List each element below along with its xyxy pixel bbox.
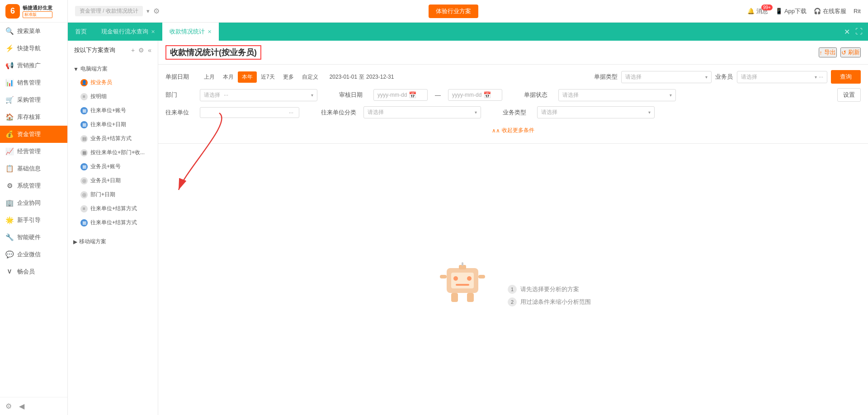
- export-button[interactable]: ↑ 导出: [819, 47, 837, 57]
- query-button[interactable]: 查询: [831, 70, 861, 84]
- marketing-icon: 📢: [5, 61, 14, 70]
- tree-mobile-group-label: 移动端方案: [79, 238, 106, 245]
- sidebar-item-basic[interactable]: 📋 基础信息: [0, 160, 67, 177]
- refresh-button[interactable]: ↺ 刷新: [840, 47, 861, 57]
- tree-item-label: 往来单位+日期: [90, 121, 126, 128]
- salesperson-dropdown-icon: ▾: [815, 75, 817, 80]
- sidebar-item-purchase[interactable]: 🛒 采购管理: [0, 91, 67, 108]
- filter-settings-icon[interactable]: ⚙: [138, 47, 144, 54]
- notification-bell[interactable]: 🔔 消息 99+: [747, 7, 768, 15]
- tree-item-unit-date[interactable]: ▦ 往来单位+日期: [68, 118, 158, 132]
- salesperson-more-icon[interactable]: ···: [819, 74, 823, 80]
- app-badge: 标准版: [23, 11, 52, 18]
- collection-stats-tab-close[interactable]: ✕: [208, 29, 212, 35]
- date-range-display: 2023-01-01 至 2023-12-31: [330, 73, 394, 81]
- window-maximize-icon[interactable]: ⛶: [855, 28, 863, 36]
- breadcrumb: 资金管理 / 收款情况统计: [75, 6, 143, 16]
- date-preset-more[interactable]: 更多: [279, 71, 298, 83]
- trial-button[interactable]: 体验行业方案: [429, 5, 478, 18]
- counterparty-input[interactable]: ···: [200, 107, 299, 118]
- tree-item-unit-settle2[interactable]: ▦ 往来单位+结算方式: [68, 216, 158, 230]
- review-date-from-calendar-icon[interactable]: 📅: [409, 91, 416, 99]
- sidebar-item-search[interactable]: 🔍 搜索菜单: [0, 23, 67, 40]
- app-download-link[interactable]: 📱 App下载: [775, 7, 807, 15]
- review-date-to-calendar-icon[interactable]: 📅: [483, 91, 491, 99]
- salesperson-select[interactable]: 请选择 ▾ ···: [737, 71, 827, 83]
- sidebar-item-hardware[interactable]: 🔧 智能硬件: [0, 229, 67, 246]
- sidebar-item-label: 搜索菜单: [17, 27, 41, 35]
- window-close-icon[interactable]: ✕: [844, 28, 850, 36]
- tab-collection-stats[interactable]: 收款情况统计 ✕: [162, 23, 219, 41]
- collapse-sidebar-icon[interactable]: ◀: [19, 402, 24, 410]
- date-preset-this-year[interactable]: 本年: [238, 71, 257, 83]
- sidebar-item-label: 基础信息: [17, 165, 41, 173]
- sidebar-item-member[interactable]: V 畅会员: [0, 263, 67, 280]
- tree-mobile-section: ▶ 移动端方案: [68, 232, 158, 251]
- counterparty-type-label: 往来单位分类: [321, 108, 356, 117]
- add-filter-icon[interactable]: +: [131, 47, 135, 54]
- dept-more-icon[interactable]: ···: [224, 92, 228, 98]
- svg-rect-4: [456, 284, 469, 286]
- date-preset-last-month[interactable]: 上月: [200, 71, 219, 83]
- date-preset-group: 上月 本月 本年 近7天 更多 自定义: [200, 71, 322, 83]
- review-date-from-input[interactable]: yyyy-mm-dd 📅: [373, 89, 428, 101]
- doc-type-select[interactable]: 请选择 ▾: [621, 71, 712, 83]
- counterparty-type-select[interactable]: 请选择 ▾: [363, 106, 481, 118]
- step-2-label: 用过滤条件来缩小分析范围: [520, 298, 591, 306]
- sidebar-item-wechat[interactable]: 💬 企业微信: [0, 246, 67, 263]
- sidebar-item-system[interactable]: ⚙ 系统管理: [0, 177, 67, 194]
- date-preset-this-month[interactable]: 本月: [219, 71, 238, 83]
- tab-bank-flow[interactable]: 现金银行流水查询 ✕: [94, 23, 162, 41]
- tab-home[interactable]: 首页: [68, 23, 94, 41]
- sidebar-item-sales[interactable]: 📊 销售管理: [0, 74, 67, 91]
- tree-item-unit-dept-collect[interactable]: ▦ 按往来单位+部门+收...: [68, 146, 158, 160]
- tree-item-by-salesperson[interactable]: 👤 按业务员: [68, 75, 158, 90]
- date-preset-7days[interactable]: 近7天: [257, 71, 279, 83]
- breadcrumb-dropdown-icon[interactable]: ▾: [146, 8, 150, 14]
- filter-row-2: 部门 请选择 ··· ▾ 审核日期 yyyy-mm-dd 📅 — yyyy-mm…: [165, 88, 861, 102]
- online-service-link[interactable]: 🎧 在线客服: [814, 7, 846, 15]
- left-panel: 按以下方案查询 + ⚙ « ▼ 电脑端方案 👤 按业务员 ≡ 按: [68, 41, 158, 415]
- sidebar-item-guide[interactable]: 🌟 新手引导: [0, 212, 67, 229]
- settings-bottom-icon[interactable]: ⚙: [5, 402, 12, 410]
- sidebar-item-label: 销售管理: [17, 79, 41, 87]
- date-preset-custom[interactable]: 自定义: [298, 71, 322, 83]
- date-from-value: 2023-01-01: [330, 74, 357, 80]
- sidebar-item-label: 系统管理: [17, 182, 41, 190]
- user-avatar[interactable]: Rit: [854, 8, 861, 14]
- review-date-to-input[interactable]: yyyy-mm-dd 📅: [448, 89, 502, 101]
- collapse-label: 收起更多条件: [502, 127, 534, 134]
- sidebar-item-marketing[interactable]: 📢 营销推广: [0, 57, 67, 74]
- sidebar-bottom: ⚙ ◀: [0, 397, 67, 415]
- header-settings-icon[interactable]: ⚙: [153, 7, 160, 15]
- tree-item-unit-account[interactable]: ▦ 往来单位+账号: [68, 104, 158, 118]
- tree-item-dept-date[interactable]: ◎ 部门+日期: [68, 188, 158, 202]
- sales-icon: 📊: [5, 79, 14, 87]
- page-title-bar: 收款情况统计(按业务员) ↑ 导出 ↺ 刷新: [158, 41, 868, 65]
- tree-item-salesperson-account[interactable]: ▦ 业务员+账号: [68, 160, 158, 174]
- bank-flow-tab-close[interactable]: ✕: [151, 29, 155, 35]
- tree-item-by-detail[interactable]: ≡ 按明细: [68, 90, 158, 104]
- sidebar-item-finance[interactable]: 💰 资金管理: [0, 126, 67, 143]
- business-type-select[interactable]: 请选择 ▾: [537, 106, 655, 118]
- purchase-icon: 🛒: [5, 96, 14, 104]
- tree-item-label: 按明细: [90, 93, 107, 100]
- sidebar-item-warehouse[interactable]: 🏠 库存核算: [0, 108, 67, 126]
- dept-select[interactable]: 请选择 ··· ▾: [200, 89, 317, 101]
- tree-item-salesperson-date[interactable]: ◎ 业务员+日期: [68, 174, 158, 188]
- collapse-filter-button[interactable]: ∧∧ 收起更多条件: [165, 123, 861, 138]
- tree-mobile-group[interactable]: ▶ 移动端方案: [68, 235, 158, 248]
- tree-desktop-group[interactable]: ▼ 电脑端方案: [68, 62, 158, 75]
- svg-rect-8: [478, 275, 485, 278]
- doc-status-select[interactable]: 请选择 ▾: [558, 89, 676, 101]
- tab-bar: 首页 现金银行流水查询 ✕ 收款情况统计 ✕ ✕ ⛶: [68, 23, 868, 41]
- tree-item-salesperson-settle[interactable]: ▤ 业务员+结算方式: [68, 132, 158, 146]
- counterparty-more-icon[interactable]: ···: [289, 109, 293, 116]
- sidebar-item-corp[interactable]: 🏢 企业协同: [0, 194, 67, 212]
- settings-button[interactable]: 设置: [837, 88, 861, 102]
- tree-item-unit-settle[interactable]: ≡ 往来单位+结算方式: [68, 202, 158, 216]
- sidebar-item-operation[interactable]: 📈 经营管理: [0, 143, 67, 160]
- corp-icon: 🏢: [5, 199, 14, 207]
- collapse-panel-icon[interactable]: «: [148, 47, 151, 54]
- sidebar-item-quick-nav[interactable]: ⚡ 快捷导航: [0, 40, 67, 57]
